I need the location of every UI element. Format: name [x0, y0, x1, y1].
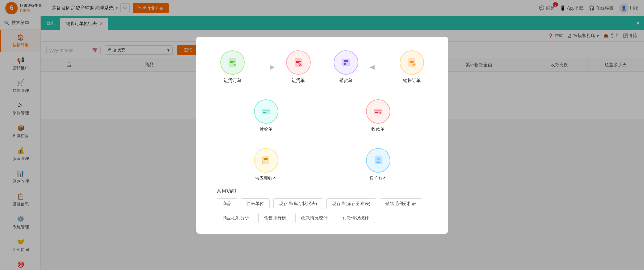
- svg-rect-1: [230, 60, 235, 60]
- payment-bill-icon: ¥: [254, 99, 278, 124]
- flow-row-1: 进货订单 ▶: [210, 47, 434, 87]
- common-btn-receipt-stats[interactable]: 收款情况统计: [295, 213, 333, 223]
- flow-item-purchase-order[interactable]: 进货订单: [220, 50, 245, 84]
- receipt-bill-icon: [366, 99, 390, 124]
- flow-item-supplier-ledger[interactable]: 供应商账本: [254, 148, 278, 181]
- svg-rect-7: [296, 62, 299, 63]
- flow-item-sales-order[interactable]: 销售订单: [400, 50, 424, 84]
- svg-rect-30: [264, 161, 266, 161]
- purchase-bill-label: 进货单: [292, 77, 305, 84]
- down-arrow-purchase: ↓: [309, 87, 312, 96]
- flow-row-arrows-2: ↓ ↓: [210, 136, 434, 145]
- common-btn-contact[interactable]: 往来单位: [241, 198, 270, 209]
- common-title: 常用功能: [217, 188, 428, 194]
- arrow-purchase-to-bill: ▶: [256, 63, 275, 71]
- common-section: 常用功能 商品 往来单位 现存量(库存状况表) 现存量(库存分布表) 销售毛利分…: [210, 185, 434, 230]
- svg-rect-6: [296, 61, 301, 62]
- svg-rect-16: [410, 62, 413, 63]
- svg-text:¥: ¥: [265, 112, 267, 115]
- flow-item-purchase-bill[interactable]: 进货单: [286, 50, 311, 84]
- purchase-bill-icon: [286, 50, 311, 75]
- svg-rect-11: [344, 63, 346, 64]
- sales-order-label: 销售订单: [403, 77, 421, 84]
- payment-bill-label: 付款单: [259, 126, 273, 132]
- flow-diagram: 进货订单 ▶: [210, 47, 434, 185]
- svg-rect-5: [296, 60, 301, 60]
- down-arrow-sales-icon: ↓: [332, 88, 335, 94]
- svg-rect-12: [344, 64, 346, 65]
- svg-rect-8: [342, 59, 350, 66]
- arrow-sales-order-to-bill: ◀: [370, 63, 388, 71]
- sales-bill-icon: [334, 50, 358, 75]
- svg-rect-24: [375, 112, 378, 113]
- modal-overlay[interactable]: 进货订单 ▶: [0, 0, 644, 270]
- svg-rect-14: [410, 60, 414, 60]
- quick-nav-modal: 进货订单 ▶: [196, 37, 448, 234]
- common-btn-product-gross[interactable]: 商品毛利分析: [217, 213, 255, 223]
- flow-row-3: 供应商账本 客户账本: [210, 145, 434, 185]
- receipt-bill-label: 收款单: [371, 126, 385, 132]
- svg-rect-28: [264, 158, 268, 159]
- down-arrow-payment: ↓: [264, 136, 267, 145]
- down-arrow-receipt: ↓: [377, 136, 380, 145]
- svg-rect-9: [344, 60, 348, 61]
- flow-row-arrows: ↓ ↓: [210, 87, 434, 96]
- svg-rect-10: [344, 61, 348, 62]
- common-btn-payment-stats[interactable]: 付款情况统计: [337, 213, 375, 223]
- common-btn-sales-gross[interactable]: 销售毛利分析表: [380, 198, 422, 209]
- svg-point-32: [377, 158, 380, 160]
- svg-point-25: [379, 112, 381, 114]
- svg-rect-26: [263, 156, 269, 164]
- svg-rect-19: [262, 110, 270, 111]
- customer-ledger-icon: [366, 148, 390, 173]
- common-btn-stock-status[interactable]: 现存量(库存状况表): [273, 198, 323, 209]
- flow-item-receipt-bill[interactable]: 收款单: [366, 99, 390, 132]
- down-arrow-receipt-icon: ↓: [377, 137, 380, 143]
- svg-rect-27: [262, 157, 263, 164]
- supplier-ledger-icon: [254, 148, 278, 173]
- common-btn-product[interactable]: 商品: [217, 198, 237, 209]
- purchase-order-label: 进货订单: [224, 77, 241, 84]
- sales-order-icon: [400, 50, 424, 75]
- flow-item-sales-bill[interactable]: 销货单: [334, 50, 358, 84]
- common-btn-sales-rank[interactable]: 销售排行榜: [258, 213, 292, 223]
- modal-content: 进货订单 ▶: [196, 37, 448, 234]
- svg-rect-15: [410, 61, 414, 62]
- flow-row-2: ¥ 付款单: [210, 96, 434, 136]
- down-arrow-payment-icon: ↓: [264, 137, 267, 143]
- svg-rect-29: [264, 159, 268, 160]
- customer-ledger-label: 客户账本: [369, 175, 387, 181]
- svg-rect-3: [230, 62, 233, 63]
- svg-rect-2: [230, 61, 235, 62]
- sales-bill-label: 销货单: [339, 77, 352, 84]
- flow-item-customer-ledger[interactable]: 客户账本: [366, 148, 390, 181]
- common-buttons: 商品 往来单位 现存量(库存状况表) 现存量(库存分布表) 销售毛利分析表 商品…: [217, 198, 428, 223]
- flow-item-payment-bill[interactable]: ¥ 付款单: [254, 99, 278, 132]
- svg-rect-23: [374, 110, 382, 111]
- down-arrow-sales: ↓: [332, 87, 335, 96]
- common-btn-stock-dist[interactable]: 现存量(库存分布表): [326, 198, 376, 209]
- supplier-ledger-label: 供应商账本: [255, 175, 277, 181]
- purchase-order-icon: [220, 50, 245, 75]
- down-arrow-purchase-icon: ↓: [309, 88, 312, 94]
- svg-point-17: [412, 63, 416, 66]
